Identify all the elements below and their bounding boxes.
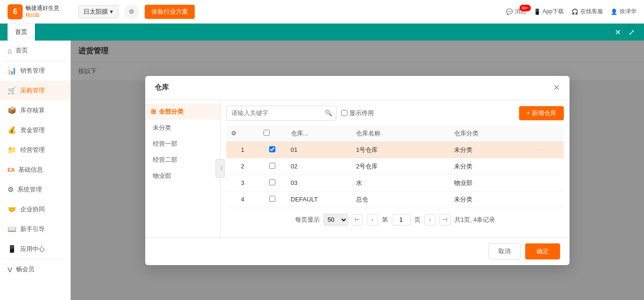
search-input[interactable] bbox=[227, 109, 321, 117]
message-icon: 💬 bbox=[506, 8, 513, 15]
collapse-panel-button[interactable]: 《 bbox=[215, 159, 225, 178]
prev-page-button[interactable]: ‹ bbox=[367, 214, 378, 225]
category-item-ops2[interactable]: 经营二部 bbox=[145, 152, 220, 168]
last-page-button[interactable]: ⊣ bbox=[439, 214, 451, 225]
logo-icon: 6 bbox=[8, 4, 23, 19]
user-menu[interactable]: 👤 徐泽华 bbox=[611, 8, 636, 16]
per-page-select[interactable]: 50 20 100 bbox=[323, 214, 348, 226]
sidebar-item-apps[interactable]: 📱 应用中心 bbox=[0, 239, 70, 259]
sidebar-item-finance[interactable]: 💰 资金管理 bbox=[0, 120, 70, 140]
category-item-ops1[interactable]: 经营一部 bbox=[145, 136, 220, 152]
row-checkbox[interactable] bbox=[269, 163, 275, 169]
modal-body: ⊞ 全部分类 未分类 经营一部 经营二部 物业部 《 bbox=[145, 100, 570, 237]
message-badge: 99+ bbox=[520, 5, 530, 11]
sidebar-label-finance: 资金管理 bbox=[20, 126, 45, 134]
modal-footer: 取消 确定 bbox=[145, 237, 570, 265]
sidebar-label-inventory: 库存核算 bbox=[20, 106, 45, 115]
warehouse-table: ⚙ 仓库... 仓库名称 仓库分类 bbox=[226, 125, 564, 208]
sidebar-item-vip[interactable]: V 畅会员 bbox=[0, 259, 70, 279]
category-all[interactable]: ⊞ 全部分类 bbox=[145, 104, 220, 120]
show-disabled-checkbox[interactable] bbox=[341, 110, 347, 116]
new-warehouse-button[interactable]: + 新增仓库 bbox=[519, 106, 564, 120]
chevron-down-icon: ▾ bbox=[110, 8, 113, 15]
sidebar-item-operations[interactable]: 📁 经营管理 bbox=[0, 140, 70, 160]
table-row[interactable]: 1 01 1号仓库 未分类 ··· bbox=[226, 142, 564, 158]
sidebar-item-basic-info[interactable]: EA 基础信息 bbox=[0, 160, 70, 180]
sidebar-item-system[interactable]: ⚙ 系统管理 bbox=[0, 180, 70, 200]
row-checkbox-cell bbox=[259, 142, 286, 158]
sidebar-item-purchase[interactable]: 🛒 采购管理 bbox=[0, 81, 70, 100]
trial-button[interactable]: 体验行业方案 bbox=[145, 5, 195, 19]
main-layout: ⌂ 首页 📊 销售管理 🛒 采购管理 📦 库存核算 💰 资金管理 📁 经营管理 … bbox=[0, 41, 644, 300]
purchase-icon: 🛒 bbox=[8, 86, 17, 95]
settings-icon[interactable]: ⚙ bbox=[124, 4, 139, 19]
row-checkbox[interactable] bbox=[269, 146, 275, 152]
branch-selector[interactable]: 日太阳膜 ▾ bbox=[78, 5, 118, 18]
sidebar-item-sales[interactable]: 📊 销售管理 bbox=[0, 61, 70, 81]
sidebar-label-vip: 畅会员 bbox=[16, 265, 34, 274]
show-disabled-label: 显示停用 bbox=[341, 109, 374, 117]
sidebar: ⌂ 首页 📊 销售管理 🛒 采购管理 📦 库存核算 💰 资金管理 📁 经营管理 … bbox=[0, 41, 71, 300]
online-service-button[interactable]: 🎧 在线客服 bbox=[571, 8, 603, 16]
row-more-icon[interactable]: ··· bbox=[536, 146, 545, 154]
sidebar-item-home[interactable]: ⌂ 首页 bbox=[0, 41, 70, 60]
pagination: 每页显示 50 20 100 ⊢ ‹ 第 页 › bbox=[226, 208, 564, 232]
row-code: DEFAULT bbox=[286, 191, 352, 208]
confirm-button[interactable]: 确定 bbox=[525, 243, 560, 259]
row-actions bbox=[531, 175, 564, 191]
table-row[interactable]: 3 03 水 物业部 bbox=[226, 175, 564, 191]
row-checkbox[interactable] bbox=[269, 179, 275, 185]
message-button[interactable]: 💬 消息 99+ bbox=[506, 8, 526, 16]
mobile-icon: 📱 bbox=[534, 8, 541, 15]
branch-name: 日太阳膜 bbox=[83, 8, 108, 16]
close-icon[interactable]: ✕ bbox=[613, 26, 623, 39]
page-input[interactable] bbox=[392, 214, 411, 225]
per-page-label: 每页显示 bbox=[295, 216, 320, 224]
row-actions: ··· bbox=[531, 142, 564, 158]
row-checkbox[interactable] bbox=[269, 196, 275, 202]
row-name: 总仓 bbox=[351, 191, 449, 208]
table-row[interactable]: 4 DEFAULT 总仓 未分类 bbox=[226, 191, 564, 208]
next-page-button[interactable]: › bbox=[424, 214, 436, 225]
page-suffix: 页 bbox=[414, 216, 421, 224]
search-icon[interactable]: 🔍 bbox=[321, 109, 336, 117]
category-all-label: 全部分类 bbox=[159, 108, 183, 116]
modal-close-button[interactable]: ✕ bbox=[553, 83, 560, 93]
th-actions bbox=[531, 125, 564, 142]
sidebar-label-operations: 经营管理 bbox=[20, 146, 45, 154]
row-name: 1号仓库 bbox=[351, 142, 449, 158]
sidebar-item-inventory[interactable]: 📦 库存核算 bbox=[0, 100, 70, 120]
home-icon: ⌂ bbox=[8, 47, 12, 55]
row-checkbox-cell bbox=[259, 191, 286, 208]
category-item-uncategorized[interactable]: 未分类 bbox=[145, 120, 220, 136]
sidebar-item-enterprise[interactable]: 🤝 企业协同 bbox=[0, 200, 70, 219]
main-content: 进货管理 按以下 仓库 ✕ ⊞ 全部分类 bbox=[71, 41, 644, 300]
inventory-icon: 📦 bbox=[8, 106, 17, 115]
row-actions bbox=[531, 191, 564, 208]
sidebar-item-guide[interactable]: 📖 新手引导 bbox=[0, 219, 70, 239]
sidebar-label-apps: 应用中心 bbox=[20, 245, 45, 253]
tab-home[interactable]: 首页 bbox=[8, 24, 35, 41]
th-code: 仓库... bbox=[286, 125, 352, 142]
row-index: 3 bbox=[226, 175, 259, 191]
grid-icon: ⊞ bbox=[151, 108, 156, 115]
app-download-button[interactable]: 📱 App下载 bbox=[534, 8, 564, 16]
first-page-button[interactable]: ⊢ bbox=[352, 214, 363, 225]
th-settings: ⚙ bbox=[226, 125, 259, 142]
table-row[interactable]: 2 02 2号仓库 未分类 bbox=[226, 158, 564, 175]
category-item-property[interactable]: 物业部 bbox=[145, 168, 220, 184]
header-mid: 日太阳膜 ▾ ⚙ 体验行业方案 bbox=[78, 4, 506, 19]
row-name: 2号仓库 bbox=[351, 158, 449, 175]
select-all-checkbox[interactable] bbox=[264, 130, 270, 136]
search-box: 🔍 bbox=[226, 106, 337, 121]
apps-icon: 📱 bbox=[8, 245, 17, 253]
avatar: 👤 bbox=[611, 8, 618, 15]
sidebar-label-basic-info: 基础信息 bbox=[18, 166, 43, 174]
sidebar-label-enterprise: 企业协同 bbox=[20, 205, 45, 214]
sidebar-label-guide: 新手引导 bbox=[20, 225, 45, 233]
cancel-button[interactable]: 取消 bbox=[488, 243, 520, 259]
expand-icon[interactable]: ⤢ bbox=[627, 26, 636, 39]
row-name: 水 bbox=[351, 175, 449, 191]
row-code: 03 bbox=[286, 175, 352, 191]
row-index: 2 bbox=[226, 158, 259, 175]
